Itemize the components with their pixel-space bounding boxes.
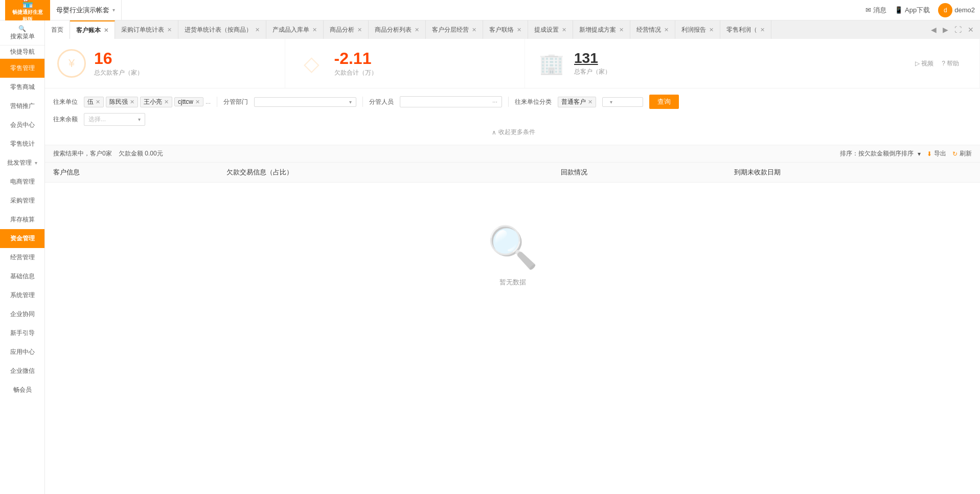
- tab-new-raise[interactable]: 新增提成方案 ✕: [573, 20, 630, 39]
- tab-product-analysis[interactable]: 商品分析 ✕: [324, 20, 369, 39]
- stat-card-total-customers: 🏢 131 总客户（家） ▷ 视频 ? 帮助: [525, 39, 980, 88]
- refresh-icon: ↻: [952, 150, 958, 158]
- tab-raise-setting[interactable]: 提成设置 ✕: [528, 20, 573, 39]
- sidebar-search-item[interactable]: 🔍 搜索菜单: [0, 20, 44, 46]
- sidebar-item-operation[interactable]: 经营管理: [0, 248, 44, 267]
- tab-close-raise-setting[interactable]: ✕: [562, 27, 566, 33]
- stat-label-debt-amount: 欠款合计（万）: [334, 69, 377, 77]
- tab-close-operation[interactable]: ✕: [664, 27, 669, 33]
- tab-close-customer-account[interactable]: ✕: [104, 27, 108, 34]
- refresh-button[interactable]: ↻ 刷新: [952, 149, 972, 158]
- balance-filter-label: 往来余额: [53, 115, 78, 124]
- stat-card-debt-customers: ¥ 16 总欠款客户（家）: [45, 39, 285, 88]
- company-selector[interactable]: 母婴行业演示帐套 ▾: [50, 0, 122, 20]
- tab-close-produce-instock[interactable]: ✕: [312, 27, 317, 33]
- tab-close-new-raise[interactable]: ✕: [619, 27, 624, 33]
- message-button[interactable]: ✉ 消息: [865, 6, 886, 15]
- remove-tag-normal-customer[interactable]: ✕: [588, 99, 592, 105]
- collapse-button[interactable]: ∧ 收起更多条件: [53, 128, 972, 137]
- filter-more-tags[interactable]: ...: [206, 98, 211, 105]
- remove-tag-cjttcw[interactable]: ✕: [195, 99, 200, 105]
- tab-profit-report[interactable]: 利润报告 ✕: [675, 20, 720, 39]
- filter-tag-chenminqiang[interactable]: 陈民强 ✕: [106, 97, 138, 107]
- tab-next-button[interactable]: ▶: [941, 25, 950, 35]
- sidebar-quicknav-item[interactable]: 快捷导航: [0, 46, 44, 59]
- sidebar-item-member-plus[interactable]: 畅会员: [0, 380, 44, 399]
- filter-tag-wu[interactable]: 伍 ✕: [84, 97, 104, 107]
- export-button[interactable]: ⬇ 导出: [927, 149, 946, 158]
- empty-illustration: 🔍: [487, 223, 538, 272]
- filter-tag-normal-customer[interactable]: 普通客户 ✕: [558, 97, 596, 107]
- tab-close-customer-tier[interactable]: ✕: [472, 27, 476, 33]
- app-download-button[interactable]: 📱 App下载: [895, 6, 930, 15]
- tab-home[interactable]: 首页: [45, 20, 70, 39]
- category-filter-label: 往来单位分类: [515, 98, 552, 106]
- person-select[interactable]: ···: [400, 96, 502, 107]
- remove-tag-wu[interactable]: ✕: [96, 99, 100, 105]
- user-menu[interactable]: d demo2: [938, 3, 975, 17]
- video-help-button[interactable]: ▷ 视频: [915, 59, 933, 68]
- remove-tag-chenminqiang[interactable]: ✕: [130, 99, 134, 105]
- message-icon: ✉: [865, 6, 871, 14]
- stat-value-debt-customers: 16: [94, 50, 143, 66]
- sidebar-item-retail-mall[interactable]: 零售商城: [0, 78, 44, 97]
- sidebar-item-enterprise-wechat[interactable]: 企业微信: [0, 362, 44, 380]
- sidebar-item-member[interactable]: 会员中心: [0, 116, 44, 134]
- sidebar-item-app-center[interactable]: 应用中心: [0, 343, 44, 362]
- tab-close-customer-contact[interactable]: ✕: [517, 27, 521, 33]
- sidebar-item-retail[interactable]: 零售管理: [0, 59, 44, 78]
- tab-close-retail-profit[interactable]: ✕: [760, 27, 765, 33]
- sidebar-item-marketing[interactable]: 营销推广: [0, 97, 44, 116]
- tab-instock-stat[interactable]: 进货单统计表（按商品） ✕: [178, 20, 266, 39]
- sort-select[interactable]: 排序：按欠款金额倒序排序 ▾: [840, 149, 921, 158]
- stat-value-total-customers: 131: [574, 51, 611, 65]
- sidebar-item-purchase[interactable]: 采购管理: [0, 191, 44, 210]
- sidebar-item-enterprise[interactable]: 企业协同: [0, 305, 44, 324]
- person-dots[interactable]: ···: [492, 98, 497, 105]
- tab-close-product-analysis-list[interactable]: ✕: [415, 27, 419, 33]
- sidebar-item-wholesale[interactable]: 批发管理 ▾: [0, 153, 44, 172]
- department-filter-label: 分管部门: [223, 98, 248, 106]
- sidebar-item-system[interactable]: 系统管理: [0, 286, 44, 305]
- filter-tag-wangxiaoliang[interactable]: 王小亮 ✕: [140, 97, 172, 107]
- main-layout: 🔍 搜索菜单 快捷导航 零售管理 零售商城 营销推广 会员中心 零售统计 批发管…: [0, 20, 980, 494]
- content-area: 首页 客户账本 ✕ 采购订单统计表 ✕ 进货单统计表（按商品） ✕ 产成品入库单…: [45, 20, 980, 494]
- balance-select[interactable]: 选择... ▾: [84, 113, 145, 126]
- tab-close-instock-stat[interactable]: ✕: [255, 27, 260, 33]
- sidebar-item-basic-info[interactable]: 基础信息: [0, 267, 44, 286]
- sidebar-item-inventory[interactable]: 库存核算: [0, 210, 44, 229]
- department-select[interactable]: ▾: [254, 97, 356, 107]
- tab-retail-profit[interactable]: 零售利润（ ✕: [720, 20, 771, 39]
- stat-icon-yuan: ¥: [57, 49, 86, 78]
- stats-row: ¥ 16 总欠款客户（家） ◇ -2.11 欠款合计（万） 🏢: [45, 39, 980, 88]
- filter-tag-cjttcw[interactable]: cjttcw ✕: [174, 97, 203, 106]
- tab-close-profit-report[interactable]: ✕: [709, 27, 714, 33]
- filter-divider-1: [217, 97, 217, 107]
- company-filter-label: 往来单位: [53, 98, 78, 106]
- category-select[interactable]: ▾: [602, 97, 643, 107]
- tab-prev-button[interactable]: ◀: [929, 25, 939, 35]
- remove-tag-wangxiaoliang[interactable]: ✕: [164, 99, 169, 105]
- tab-produce-instock[interactable]: 产成品入库单 ✕: [266, 20, 324, 39]
- tab-close-purchase-order[interactable]: ✕: [167, 27, 172, 33]
- tab-customer-contact[interactable]: 客户联络 ✕: [483, 20, 528, 39]
- sidebar-item-retail-stat[interactable]: 零售统计: [0, 134, 44, 153]
- help-icon: ?: [942, 60, 945, 67]
- sidebar-item-ecommerce[interactable]: 电商管理: [0, 172, 44, 191]
- sidebar-item-newbie[interactable]: 新手引导: [0, 324, 44, 343]
- tab-purchase-order[interactable]: 采购订单统计表 ✕: [115, 20, 178, 39]
- help-button[interactable]: ? 帮助: [942, 59, 959, 68]
- stat-info-debt-amount: -2.11 欠款合计（万）: [334, 50, 377, 77]
- sidebar-item-finance[interactable]: 资金管理: [0, 229, 44, 248]
- tab-close-product-analysis[interactable]: ✕: [357, 27, 362, 33]
- tab-operation[interactable]: 经营情况 ✕: [630, 20, 675, 39]
- tab-maximize-button[interactable]: ⛶: [952, 25, 964, 35]
- query-button[interactable]: 查询: [649, 95, 679, 109]
- tab-close-all-button[interactable]: ✕: [966, 25, 976, 35]
- balance-arrow-icon: ▾: [138, 117, 141, 122]
- search-icon: 🔍: [18, 25, 26, 32]
- tab-customer-account[interactable]: 客户账本 ✕: [70, 20, 115, 39]
- empty-state: 🔍 暂无数据: [45, 183, 980, 328]
- tab-product-analysis-list[interactable]: 商品分析列表 ✕: [369, 20, 426, 39]
- tab-customer-tier[interactable]: 客户分层经营 ✕: [426, 20, 483, 39]
